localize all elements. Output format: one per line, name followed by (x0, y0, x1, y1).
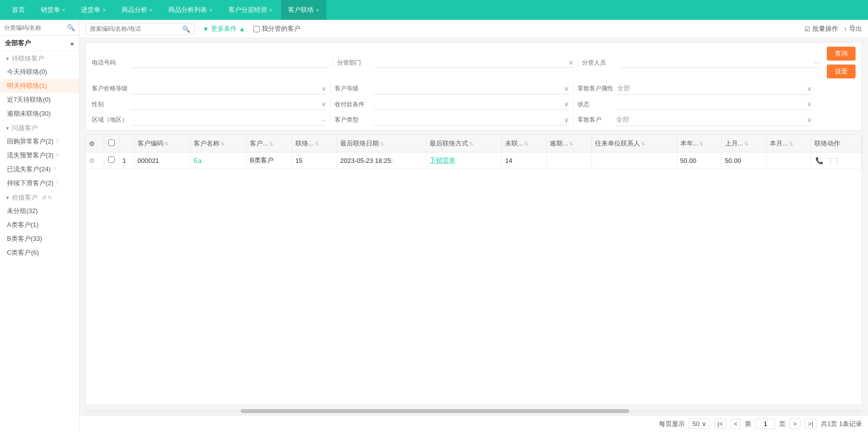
col-this-year[interactable]: 本年...⇅ (677, 135, 722, 152)
col-type[interactable]: 客户...⇅ (247, 135, 292, 152)
cell-name[interactable]: Ea (191, 152, 247, 169)
cell-index: 1 (119, 152, 135, 169)
sidebar-item-class-a[interactable]: A类客户(1) (0, 218, 79, 232)
query-button[interactable]: 查询 (827, 47, 856, 61)
col-gear[interactable]: ⚙ (86, 135, 104, 152)
nav-close-product-analysis-list[interactable]: × (209, 7, 212, 13)
export-button[interactable]: ↑ 导出 (844, 24, 863, 33)
cell-action: 📞 ⋮⋮ (811, 152, 862, 169)
sidebar-item-class-c[interactable]: C类客户(6) (0, 246, 79, 260)
filter-divider-5 (330, 99, 331, 109)
my-customers-checkbox-label[interactable]: 我分管的客户 (253, 24, 300, 33)
bulk-action-button[interactable]: ☑ 批量操作 (804, 24, 838, 33)
nav-product-analysis[interactable]: 商品分析 × (115, 0, 159, 20)
sidebar-item-class-b[interactable]: B类客户(33) (0, 232, 79, 246)
nav-close-customer-contact[interactable]: × (316, 7, 319, 13)
sidebar-group-pending[interactable]: 待联络客户 (0, 51, 79, 65)
col-name[interactable]: 客户名称⇅ (191, 135, 247, 152)
col-contact-person[interactable]: 往来单位联系人⇅ (591, 135, 677, 152)
nav-product-analysis-list[interactable]: 商品分析列表 × (161, 0, 219, 20)
filter-gender: 性别 ∨ (92, 99, 326, 110)
filter-customer-type-select[interactable]: ∨ (373, 115, 569, 126)
row-gear-icon[interactable]: ⚙ (89, 157, 95, 164)
sidebar-item-week[interactable]: 近7天待联络(0) (0, 93, 79, 107)
page-number-input[interactable] (755, 419, 775, 429)
filter-customer-level-select[interactable]: ∨ (373, 83, 569, 94)
cell-last-contact-method[interactable]: 下销货单 (426, 152, 502, 169)
select-all-checkbox[interactable] (108, 140, 115, 146)
filter-status-select[interactable]: ∨ (616, 99, 812, 110)
filter-dept: 分管部门 ∨ (337, 57, 574, 68)
sidebar-item-today[interactable]: 今天待联络(0) (0, 65, 79, 79)
sidebar-item-tomorrow[interactable]: 明天待联络(1) (0, 79, 79, 93)
col-uncontacted[interactable]: 未联...⇅ (502, 135, 547, 152)
filter-customer-level: 客户等级 ∨ (335, 83, 569, 94)
filter-retail-attr-select[interactable]: 全部 ∨ (617, 82, 812, 95)
value-group-icons: ↺ ✎ (42, 195, 52, 201)
last-page-button[interactable]: >| (804, 419, 817, 429)
col-checkbox[interactable] (104, 135, 119, 152)
col-last-month[interactable]: 上月...⇅ (722, 135, 766, 152)
nav-close-customer-segment[interactable]: × (269, 7, 272, 13)
row-action-phone-icon[interactable]: 📞 (815, 157, 823, 164)
filter-gender-select[interactable]: ∨ (131, 99, 326, 110)
filter-divider-6 (573, 99, 574, 109)
filter-phone-input[interactable] (131, 58, 329, 68)
col-this-month[interactable]: 本月...⇅ (767, 135, 811, 152)
filter-region-select[interactable]: ··· (132, 115, 326, 126)
settings-button[interactable]: 设置 (827, 65, 856, 78)
page-size-select[interactable]: 50 ∨ (689, 419, 710, 429)
nav-close-sales-order[interactable]: × (62, 7, 65, 13)
filter-retail-select[interactable]: 全部 ∨ (616, 114, 812, 126)
filter-manager-select[interactable]: ··· (621, 57, 819, 68)
col-contacts[interactable]: 联络...⇅ (292, 135, 337, 152)
nav-sales-order[interactable]: 销货单 × (34, 0, 72, 20)
filter-row-4: 区域（地区） ··· 客户类型 ∨ 零散客户 (92, 114, 856, 126)
prev-page-button[interactable]: < (730, 419, 741, 429)
cell-last-contact-date: 2023-05-23 18:25: (337, 152, 426, 169)
row-checkbox[interactable] (108, 156, 115, 163)
nav-home[interactable]: 首页 (5, 0, 32, 20)
scrollbar-thumb[interactable] (241, 409, 629, 413)
filter-payment-select[interactable]: ∨ (373, 99, 569, 110)
horizontal-scrollbar[interactable] (85, 409, 862, 413)
page-size-value: 50 (692, 420, 699, 428)
sidebar-item-ungrouped[interactable]: 未分组(32) (0, 204, 79, 218)
sidebar-group-problem[interactable]: 问题客户 (0, 121, 79, 135)
next-page-button[interactable]: > (790, 419, 800, 429)
filter-price-level-select[interactable]: ∨ (132, 83, 326, 94)
cell-gear[interactable]: ⚙ (86, 152, 104, 169)
filter-dept-select[interactable]: ∨ (376, 57, 574, 68)
sidebar-all-customers[interactable]: 全部客户 « (0, 36, 79, 51)
cell-checkbox[interactable] (104, 152, 119, 169)
first-page-button[interactable]: |< (714, 419, 726, 429)
sidebar-group-value[interactable]: 价值客户 ↺ ✎ (0, 190, 79, 204)
nav-close-product-analysis[interactable]: × (149, 7, 152, 13)
nav-close-purchase-order[interactable]: × (102, 7, 105, 13)
nav-customer-segment[interactable]: 客户分层经营 × (221, 0, 279, 20)
sidebar-item-declining[interactable]: 持续下滑客户(2) ? (0, 176, 79, 190)
filter-divider-3 (330, 84, 331, 94)
sidebar-item-churn-warning[interactable]: 流失预警客户(3) ? (0, 148, 79, 162)
nav-customer-contact[interactable]: 客户联络 × (281, 0, 326, 20)
sidebar-item-overdue[interactable]: 逾期未联络(30) (0, 107, 79, 121)
col-overdue[interactable]: 逾期...⇅ (547, 135, 591, 152)
cell-type: B类客户 (247, 152, 292, 169)
toolbar-search-icon[interactable]: 🔍 (182, 25, 190, 33)
sidebar-item-churned[interactable]: 已流失客户(24) ? (0, 162, 79, 176)
total-records-label: 共1页 1条记录 (821, 420, 862, 429)
chevron-down-icon: ∨ (569, 59, 574, 66)
nav-purchase-order[interactable]: 进货单 × (74, 0, 112, 20)
cell-last-month: 50.00 (722, 152, 766, 169)
sidebar-search-container: 🔍 (0, 20, 79, 36)
row-action-more-icon[interactable]: ⋮⋮ (827, 157, 840, 164)
sidebar-search-input[interactable] (4, 24, 65, 31)
col-last-contact-date[interactable]: 最后联络日期⇅ (337, 135, 426, 152)
sidebar-item-repurchase-abnormal[interactable]: 回购异常客户(2) ? (0, 135, 79, 148)
col-last-contact-method[interactable]: 最后联络方式⇅ (426, 135, 502, 152)
more-filters-button[interactable]: ▼ 更多条件 ▲ (199, 23, 249, 35)
my-customers-checkbox[interactable] (253, 26, 260, 32)
col-code[interactable]: 客户编码⇅ (134, 135, 190, 152)
cell-this-month (767, 152, 811, 169)
search-input[interactable] (90, 25, 179, 32)
